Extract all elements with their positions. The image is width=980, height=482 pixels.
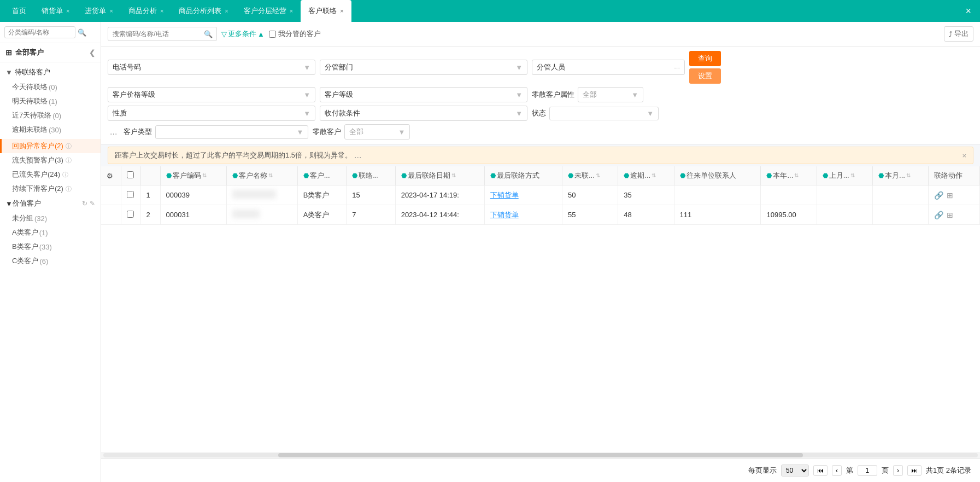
row1-action-grid-icon[interactable]: ⊞ [947, 191, 953, 200]
col-contact[interactable]: ⬣ 联络... [347, 166, 396, 185]
col-type[interactable]: ⬣ 客户... [297, 166, 347, 185]
sidebar-pending-group[interactable]: ▼ 待联络客户 [0, 65, 101, 80]
row1-last-contact-method[interactable]: 下销货单 [484, 185, 562, 205]
row1-name[interactable] [227, 185, 297, 205]
nav-product-analysis-close[interactable]: × [160, 8, 163, 14]
nav-customer-contact[interactable]: 客户联络 × [301, 0, 351, 22]
settings-button[interactable]: 设置 [689, 68, 721, 84]
more-conditions-button[interactable]: ▽ 更多条件 ▲ [221, 29, 265, 39]
sidebar-collapse-icon[interactable]: ❮ [89, 49, 95, 57]
tooltip-close-icon[interactable]: × [962, 152, 966, 160]
filter-retail-attribute-select[interactable]: 全部 ▼ [578, 87, 643, 102]
col-uncontacted[interactable]: ⬣ 未联... ⇅ [562, 166, 618, 185]
per-page-select[interactable]: 50 100 200 [781, 464, 809, 477]
sidebar-item-tomorrow[interactable]: 明天待联络 (1) [0, 94, 101, 108]
sidebar-search-icon[interactable]: 🔍 [78, 28, 86, 37]
sort-arrows-name[interactable]: ⇅ [268, 173, 273, 178]
my-customers-input[interactable] [269, 31, 276, 38]
nav-sales-close[interactable]: × [66, 8, 69, 14]
prev-page-button[interactable]: ‹ [832, 465, 842, 476]
filter-person[interactable]: 分管人员 ··· [532, 60, 685, 75]
col-unit-contact[interactable]: ⬣ 往来单位联系人 [674, 166, 761, 185]
export-button[interactable]: ⤴ 导出 [944, 26, 973, 42]
scrollbar-thumb[interactable] [278, 453, 803, 457]
filter-retail-customer-select[interactable]: 全部 ▼ [344, 124, 410, 140]
row2-action-link-icon[interactable]: 🔗 [934, 211, 943, 219]
col-code[interactable]: ⬣ 客户编码 ⇅ [160, 166, 227, 185]
my-customers-checkbox[interactable]: 我分管的客户 [269, 29, 321, 39]
nav-customer-tier-close[interactable]: × [290, 8, 293, 14]
value-edit-icon[interactable]: ✎ [90, 200, 95, 207]
sidebar-item-class-b[interactable]: B类客户 (33) [0, 240, 101, 254]
row2-action-grid-icon[interactable]: ⊞ [947, 211, 953, 219]
scrollbar-track[interactable] [103, 453, 978, 457]
filter-customer-type-select[interactable]: ▼ [155, 125, 308, 139]
next-page-button[interactable]: › [893, 465, 903, 476]
col-last-contact-method[interactable]: ⬣ 最后联络方式 [484, 166, 562, 185]
filter-customer-level[interactable]: 客户等级 ▼ [320, 87, 527, 102]
col-last-contact-date[interactable]: ⬣ 最后联络日期 ⇅ [395, 166, 484, 185]
filter-phone[interactable]: 电话号码 ▼ [108, 60, 315, 75]
sidebar-item-unclassified[interactable]: 未分组 (32) [0, 211, 101, 225]
col-checkbox[interactable] [121, 166, 140, 185]
nav-product-analysis[interactable]: 商品分析 × [121, 0, 171, 22]
col-settings[interactable]: ⚙ [101, 166, 121, 185]
first-page-button[interactable]: ⏮ [813, 465, 828, 476]
tooltip-dots[interactable]: ... [352, 150, 363, 160]
row2-select[interactable] [127, 211, 134, 218]
sort-arrows-date[interactable]: ⇅ [451, 173, 456, 178]
filter-payment-terms[interactable]: 收付款条件 ▼ [320, 106, 527, 121]
nav-customer-tier[interactable]: 客户分层经营 × [236, 0, 301, 22]
nav-sales[interactable]: 销货单 × [34, 0, 77, 22]
sort-arrows-last-month[interactable]: ⇅ [850, 173, 855, 178]
sort-arrows-uncontacted[interactable]: ⇅ [596, 173, 600, 178]
last-page-button[interactable]: ⏭ [907, 465, 922, 476]
row2-checkbox[interactable] [121, 205, 140, 225]
col-last-month[interactable]: ⬣ 上月... ⇅ [817, 166, 872, 185]
filter-department[interactable]: 分管部门 ▼ [320, 60, 527, 75]
filter-status-select[interactable]: ▼ [549, 107, 659, 120]
col-name[interactable]: ⬣ 客户名称 ⇅ [227, 166, 297, 185]
row2-name[interactable] [227, 205, 297, 225]
sidebar-item-overdue[interactable]: 逾期未联络 (30) [0, 123, 101, 137]
sidebar-item-already-lost[interactable]: 已流失客户(24) ⓘ [0, 167, 101, 182]
horizontal-scrollbar[interactable] [101, 452, 980, 458]
nav-product-list[interactable]: 商品分析列表 × [171, 0, 236, 22]
sort-arrows-this-month[interactable]: ⇅ [906, 173, 911, 178]
search-icon[interactable]: 🔍 [204, 30, 213, 38]
nav-home[interactable]: 首页 [4, 0, 34, 22]
filter-dots[interactable]: ... [108, 127, 119, 137]
sidebar-value-group[interactable]: ▼ 价值客户 ↻ ✎ [0, 196, 101, 211]
sidebar-search-input[interactable] [4, 26, 75, 38]
value-refresh-icon[interactable]: ↻ [82, 200, 87, 207]
nav-customer-contact-close[interactable]: × [340, 8, 343, 14]
nav-product-list-close[interactable]: × [225, 8, 228, 14]
filter-price-level[interactable]: 客户价格等级 ▼ [108, 87, 315, 102]
window-close-button[interactable]: × [961, 5, 976, 17]
select-all-checkbox[interactable] [127, 171, 134, 178]
sidebar-item-7days[interactable]: 近7天待联络 (0) [0, 108, 101, 123]
nav-purchase[interactable]: 进货单 × [77, 0, 120, 22]
sidebar-item-today[interactable]: 今天待联络 (0) [0, 80, 101, 94]
col-this-month[interactable]: ⬣ 本月... ⇅ [873, 166, 929, 185]
row1-method-link[interactable]: 下销货单 [490, 191, 519, 199]
col-overdue[interactable]: ⬣ 逾期... ⇅ [618, 166, 674, 185]
row1-action-link-icon[interactable]: 🔗 [934, 191, 943, 200]
sort-arrows-code[interactable]: ⇅ [202, 173, 207, 178]
query-button[interactable]: 查询 [689, 51, 721, 66]
row1-select[interactable] [127, 191, 134, 198]
page-number-input[interactable] [858, 465, 877, 476]
search-input[interactable] [108, 27, 217, 41]
sidebar-all-customers[interactable]: ⊞ 全部客户 ❮ [0, 43, 101, 62]
nav-purchase-close[interactable]: × [109, 8, 113, 14]
sidebar-item-class-a[interactable]: A类客户 (1) [0, 225, 101, 240]
sidebar-item-class-c[interactable]: C类客户 (6) [0, 254, 101, 268]
row1-checkbox[interactable] [121, 185, 140, 205]
row2-method-link[interactable]: 下销货单 [490, 211, 519, 219]
sidebar-item-lost-predicted[interactable]: 流失预警客户(3) ⓘ [0, 153, 101, 167]
sidebar-item-continuous-down[interactable]: 持续下滑客户(2) ⓘ [0, 182, 101, 196]
row2-last-contact-method[interactable]: 下销货单 [484, 205, 562, 225]
sort-arrows-overdue[interactable]: ⇅ [652, 173, 656, 178]
settings-icon[interactable]: ⚙ [107, 172, 113, 180]
sort-arrows-this-year[interactable]: ⇅ [794, 173, 799, 178]
